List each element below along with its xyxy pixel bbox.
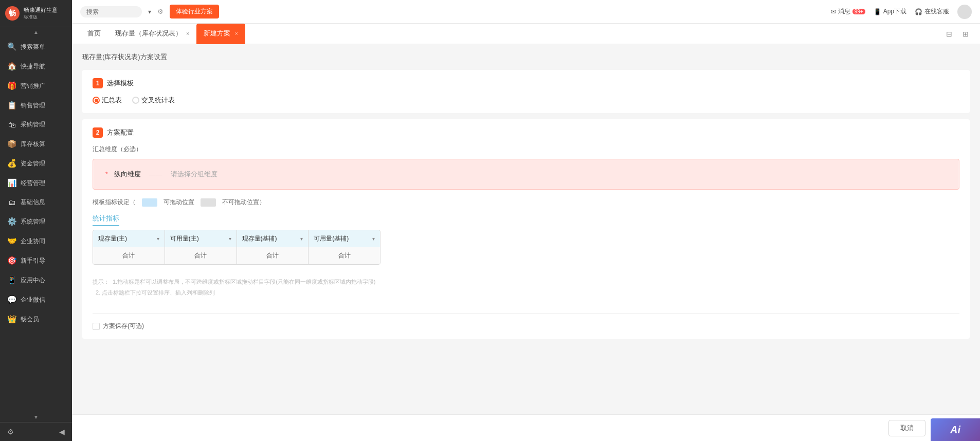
sidebar-item-enterprise[interactable]: 🤝 企业协同 (0, 231, 72, 251)
sidebar-item-system[interactable]: ⚙️ 系统管理 (0, 212, 72, 231)
tab-home[interactable]: 首页 (80, 24, 108, 44)
sidebar-scroll-down[interactable]: ▼ (0, 412, 72, 422)
section1-header: 1 选择模板 (93, 78, 959, 88)
sidebar-item-search-menu[interactable]: 🔍 搜索菜单 (0, 37, 72, 57)
tip2-text: 2. 点击标题栏下拉可设置排序、插入列和删除列 (96, 289, 215, 297)
messages-item[interactable]: ✉ 消息 99+ (831, 7, 865, 16)
trial-button[interactable]: 体验行业方案 (170, 5, 219, 19)
tips-area: 提示： 1.拖动标题栏可以调整布局，不可跨维度或指标区域拖动栏目字段(只能在同一… (93, 273, 959, 305)
required-mark: * (105, 171, 108, 178)
app-download-icon: 📱 (874, 8, 881, 15)
save-checkbox-label: 方案保存(可选) (103, 322, 144, 330)
system-icon: ⚙️ (7, 217, 16, 226)
indicator-label: 模板指标设定（ (93, 198, 136, 207)
basic-info-icon: 🗂 (7, 198, 16, 207)
dim-placeholder: 请选择分组维度 (171, 170, 217, 179)
tip-1: 提示： 1.拖动标题栏可以调整布局，不可跨维度或指标区域拖动栏目字段(只能在同一… (93, 278, 959, 286)
vertical-dim-label: 纵向维度 (114, 170, 141, 179)
sidebar-item-quick-nav[interactable]: 🏠 快捷导航 (0, 57, 72, 76)
tab-expand-icon[interactable]: ⊞ (959, 29, 972, 39)
sidebar-item-finance[interactable]: 💰 资金管理 (0, 154, 72, 173)
tip1-text: 1.拖动标题栏可以调整布局，不可跨维度或指标区域拖动栏目字段(只能在同一维度或指… (113, 278, 376, 286)
message-icon: ✉ (831, 8, 836, 15)
user-avatar[interactable] (957, 5, 972, 19)
radio-summary-circle (93, 97, 100, 104)
ai-badge-text: Ai (950, 424, 960, 436)
sidebar-item-purchase[interactable]: 🛍 采购管理 (0, 115, 72, 134)
stats-table-body: 合计 合计 合计 合计 (93, 247, 380, 264)
sidebar-item-inventory[interactable]: 📦 库存核算 (0, 134, 72, 154)
stats-col-0-label: 现存量(主) (98, 234, 127, 243)
sidebar-item-newbie[interactable]: 🎯 新手引导 (0, 251, 72, 270)
dropdown-icon[interactable]: ▾ (148, 8, 151, 15)
draggable-label: 可拖动位置 (164, 198, 194, 207)
sidebar-item-operations[interactable]: 📊 经营管理 (0, 173, 72, 193)
save-checkbox[interactable] (93, 323, 100, 330)
radio-cross[interactable]: 交叉统计表 (132, 96, 175, 105)
sidebar-item-member[interactable]: 👑 畅会员 (0, 309, 72, 329)
stats-cell-3: 合计 (308, 247, 380, 264)
cancel-button[interactable]: 取消 (888, 420, 925, 436)
section-plan-config: 2 方案配置 汇总维度（必选） * 纵向维度 —— 请选择分组维度 模板指标设定… (82, 119, 970, 339)
search-menu-icon: 🔍 (7, 42, 16, 51)
online-service-label: 在线客服 (924, 7, 949, 16)
dimension-area[interactable]: * 纵向维度 —— 请选择分组维度 (93, 159, 959, 190)
inventory-status-tab-close[interactable]: × (186, 30, 189, 36)
tab-new-plan[interactable]: 新建方案 × (196, 24, 245, 44)
stats-label: 统计指标 (93, 214, 119, 226)
not-draggable-label: 不可拖动位置） (222, 198, 265, 207)
sidebar-item-label: 资金管理 (21, 159, 45, 168)
tab-minimize-icon[interactable]: ⊟ (943, 29, 955, 39)
sales-icon: 📋 (7, 101, 16, 110)
sidebar-item-label: 系统管理 (21, 217, 45, 226)
logo-icon: 畅 (5, 6, 20, 21)
sidebar-item-label: 快捷导航 (21, 62, 45, 71)
aggregate-label: 汇总维度（必选） (93, 145, 959, 154)
sidebar-item-marketing[interactable]: 🎁 营销推广 (0, 76, 72, 96)
online-service-item[interactable]: 🎧 在线客服 (915, 7, 949, 16)
sidebar-item-basic-info[interactable]: 🗂 基础信息 (0, 193, 72, 212)
radio-summary[interactable]: 汇总表 (93, 96, 122, 105)
main-area: ▾ ⚙ 体验行业方案 ✉ 消息 99+ 📱 App下载 🎧 在线客服 首页 (72, 0, 980, 441)
search-input[interactable] (80, 6, 142, 17)
stats-cell-1: 合计 (165, 247, 237, 264)
ai-badge[interactable]: Ai (931, 418, 980, 441)
sidebar-item-app-center[interactable]: 📱 应用中心 (0, 270, 72, 290)
app-name-block: 畅康通好生意 标准版 (24, 6, 58, 20)
sidebar-scroll-up[interactable]: ▲ (0, 27, 72, 37)
sidebar-item-wechat[interactable]: 💬 企业微信 (0, 290, 72, 309)
new-plan-tab-label: 新建方案 (204, 29, 230, 38)
radio-cross-label: 交叉统计表 (141, 96, 175, 105)
content-area: 现存量(库存状况表)方案设置 1 选择模板 汇总表 交叉统计表 (72, 44, 980, 414)
sidebar-item-label: 营销推广 (21, 82, 45, 90)
collapse-icon[interactable]: ◀ (59, 428, 65, 436)
sidebar-item-sales[interactable]: 📋 销售管理 (0, 96, 72, 115)
stats-col-0-arrow: ▾ (157, 236, 159, 242)
member-icon: 👑 (7, 315, 16, 324)
headset-icon: 🎧 (915, 8, 922, 15)
stats-col-2[interactable]: 现存量(基辅) ▾ (237, 230, 309, 247)
stats-col-3[interactable]: 可用量(基辅) ▾ (308, 230, 380, 247)
save-option-row: 方案保存(可选) (93, 313, 959, 330)
marketing-icon: 🎁 (7, 81, 16, 90)
tabbar: 首页 现存量（库存状况表） × 新建方案 × ⊟ ⊞ (72, 24, 980, 44)
new-plan-tab-close[interactable]: × (234, 30, 238, 36)
sidebar-item-label: 库存核算 (21, 140, 45, 149)
sidebar-bottom: ⚙ ◀ (0, 422, 72, 441)
messages-badge: 99+ (852, 9, 865, 14)
app-download-label: App下载 (883, 7, 906, 16)
finance-icon: 💰 (7, 159, 16, 168)
sidebar-item-label: 畅会员 (21, 315, 39, 324)
stats-col-1[interactable]: 可用量(主) ▾ (165, 230, 237, 247)
stats-col-0[interactable]: 现存量(主) ▾ (93, 230, 165, 247)
app-center-icon: 📱 (7, 275, 16, 285)
gear-icon[interactable]: ⚙ (157, 8, 164, 15)
sidebar-item-label: 基础信息 (21, 198, 45, 207)
settings-icon[interactable]: ⚙ (7, 428, 14, 436)
app-edition: 标准版 (24, 14, 58, 21)
tab-inventory-status[interactable]: 现存量（库存状况表） × (108, 24, 196, 44)
section2-num: 2 (93, 127, 103, 138)
app-download-item[interactable]: 📱 App下载 (874, 7, 906, 16)
stats-table-header: 现存量(主) ▾ 可用量(主) ▾ 现存量(基辅) ▾ 可用量(基辅) ▾ (93, 230, 380, 247)
sidebar-item-label: 销售管理 (21, 101, 45, 110)
